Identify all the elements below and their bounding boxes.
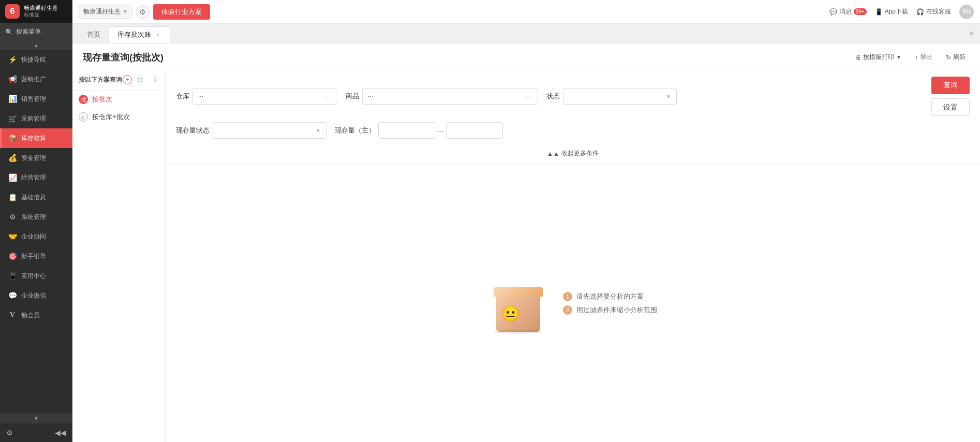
user-menu-btn[interactable]: Rit	[959, 5, 974, 19]
edition-label: 标准版	[24, 11, 58, 19]
filter-stock-status: 现存量状态 ▼	[176, 122, 326, 139]
stock-qty-from[interactable]	[378, 122, 435, 139]
filter-warehouse: 仓库 ··· ···	[176, 88, 337, 105]
scheme-item-warehouse-batch[interactable]: ◎ 按仓库+批次	[72, 108, 165, 126]
sidebar-item-wechat-label: 企业微信	[21, 291, 46, 300]
stock-qty-range: —	[378, 122, 503, 139]
collapse-label: 收起更多条件	[561, 149, 599, 158]
sidebar-item-system[interactable]: ⚙ 系统管理	[0, 207, 72, 227]
app-download-label: App下载	[885, 7, 908, 16]
empty-hint-1: 1 请先选择要分析的方案	[563, 292, 657, 301]
tab-inventory-batch[interactable]: 库存批次账 ×	[109, 26, 170, 43]
stock-qty-label: 现存量（主）	[335, 126, 375, 135]
scheme-panel: 按以下方案查询 + ⊙ 《 批 按批次 ◎ 按仓库+批次	[72, 69, 166, 442]
main-filter-section: 仓库 ··· ··· 商品 ··· ···	[166, 69, 980, 442]
status-dropdown-icon: ▼	[666, 94, 671, 99]
scroll-up-btn[interactable]: ▲	[0, 40, 72, 50]
collapse-more-btn[interactable]: ▲▲ 收起更多条件	[176, 145, 970, 164]
footer-collapse-btn[interactable]: ◀◀	[55, 429, 66, 437]
message-btn[interactable]: 💬 消息 99+	[829, 7, 867, 16]
hint-num-2: 2	[563, 305, 572, 315]
print-btn[interactable]: 🖨 按模板打印 ▼	[851, 51, 905, 64]
filter-row-2: 现存量状态 ▼ 现存量（主） —	[176, 122, 970, 139]
company-selector[interactable]: 畅康通好生意 ▼	[79, 5, 132, 19]
search-menu-item[interactable]: 🔍 搜索菜单	[0, 23, 72, 40]
scheme-panel-actions: + ⊙ 《	[123, 75, 159, 85]
sidebar-item-quicknav[interactable]: ⚡ 快捷导航	[0, 50, 72, 69]
sidebar-item-quicknav-label: 快捷导航	[21, 55, 46, 64]
scheme-add-btn[interactable]: +	[123, 75, 132, 84]
online-service-btn[interactable]: 🎧 在线客服	[916, 7, 951, 16]
footer-settings-btn[interactable]: ⚙	[6, 429, 13, 437]
query-btn[interactable]: 查询	[931, 77, 970, 94]
vip-icon: V	[8, 311, 17, 320]
sidebar-item-purchase[interactable]: 🛒 采购管理	[0, 109, 72, 128]
tab-home[interactable]: 首页	[79, 26, 109, 43]
export-btn[interactable]: ↑ 导出	[911, 51, 937, 64]
sidebar-item-basic[interactable]: 📋 基础信息	[0, 187, 72, 207]
scheme-settings-btn[interactable]: ⊙	[135, 75, 145, 85]
topbar-settings-btn[interactable]: ⚙	[136, 5, 150, 19]
refresh-btn[interactable]: ↻ 刷新	[942, 51, 970, 64]
warehouse-input[interactable]: ··· ···	[192, 88, 337, 105]
scroll-down-btn[interactable]: ▼	[0, 414, 72, 423]
business-icon: 📈	[8, 173, 17, 182]
collapse-chevron-icon: ▲▲	[547, 150, 559, 157]
sidebar-item-sales-label: 销售管理	[21, 95, 46, 104]
box-face: 😐	[501, 304, 520, 322]
app-logo: 6	[5, 4, 20, 19]
filter-row-1: 仓库 ··· ··· 商品 ··· ···	[176, 77, 970, 116]
sidebar-item-vip[interactable]: V 畅会员	[0, 305, 72, 325]
close-all-tabs-btn[interactable]: ×	[969, 29, 974, 38]
sidebar-item-sales[interactable]: 📊 销售管理	[0, 89, 72, 109]
refresh-icon: ↻	[946, 54, 951, 61]
empty-illustration: 😐	[488, 275, 551, 332]
sales-icon: 📊	[8, 94, 17, 104]
user-avatar: Rit	[959, 5, 974, 19]
topbar-settings-icon: ⚙	[139, 8, 146, 16]
hint-num-1: 1	[563, 292, 572, 301]
topbar-left: 畅康通好生意 ▼ ⚙ 体验行业方案	[79, 4, 825, 20]
refresh-label: 刷新	[953, 53, 966, 62]
quicknav-icon: ⚡	[8, 55, 17, 64]
company-name: 畅康通好生意	[24, 4, 58, 11]
export-icon: ↑	[915, 54, 918, 61]
stock-status-dropdown-icon: ▼	[316, 128, 321, 134]
purchase-icon: 🛒	[8, 114, 17, 123]
sidebar-item-purchase-label: 采购管理	[21, 114, 46, 123]
sidebar-nav: ⚡ 快捷导航 📢 营销推广 📊 销售管理 🛒 采购管理 📦 库存核算 💰 资金管…	[0, 50, 72, 414]
product-placeholder: ···	[368, 93, 373, 100]
sidebar-item-basic-label: 基础信息	[21, 193, 46, 202]
sidebar-item-business[interactable]: 📈 经营管理	[0, 168, 72, 187]
settings-btn[interactable]: 设置	[931, 98, 970, 116]
app-download-btn[interactable]: 📱 App下载	[875, 7, 908, 16]
sidebar-item-inventory[interactable]: 📦 库存核算	[0, 128, 72, 148]
status-select[interactable]: ▼	[563, 88, 677, 105]
sidebar-item-wechat[interactable]: 💬 企业微信	[0, 286, 72, 305]
sidebar-footer: ⚙ ◀◀	[0, 423, 72, 442]
search-menu-label: 搜索菜单	[16, 27, 41, 36]
sidebar-item-guide-label: 新手引导	[21, 252, 46, 261]
sidebar-item-marketing[interactable]: 📢 营销推广	[0, 69, 72, 89]
sidebar-item-system-label: 系统管理	[21, 213, 46, 222]
scheme-collapse-btn[interactable]: 《	[149, 75, 159, 85]
page-title: 现存量查询(按批次)	[83, 51, 164, 64]
product-input[interactable]: ··· ···	[362, 88, 538, 105]
sidebar-item-collab[interactable]: 🤝 企业协同	[0, 227, 72, 246]
sidebar-item-guide[interactable]: 🎯 新手引导	[0, 246, 72, 266]
scheme-item-batch[interactable]: 批 按批次	[72, 91, 165, 108]
stock-status-select[interactable]: ▼	[213, 122, 326, 139]
sidebar-item-apps[interactable]: 📱 应用中心	[0, 266, 72, 286]
stock-qty-to[interactable]	[446, 122, 503, 139]
stock-status-label: 现存量状态	[176, 126, 210, 135]
scheme-panel-title: 按以下方案查询	[79, 76, 122, 84]
message-label: 消息	[839, 7, 852, 16]
tab-inventory-batch-label: 库存批次账	[117, 30, 151, 39]
tab-close-btn[interactable]: ×	[154, 31, 161, 38]
sidebar-item-vip-label: 畅会员	[21, 311, 40, 320]
trial-btn[interactable]: 体验行业方案	[153, 4, 210, 20]
print-dropdown-icon: ▼	[896, 54, 901, 60]
sidebar-item-finance[interactable]: 💰 资金管理	[0, 148, 72, 168]
print-icon: 🖨	[855, 54, 861, 61]
sidebar-item-marketing-label: 营销推广	[21, 75, 46, 84]
